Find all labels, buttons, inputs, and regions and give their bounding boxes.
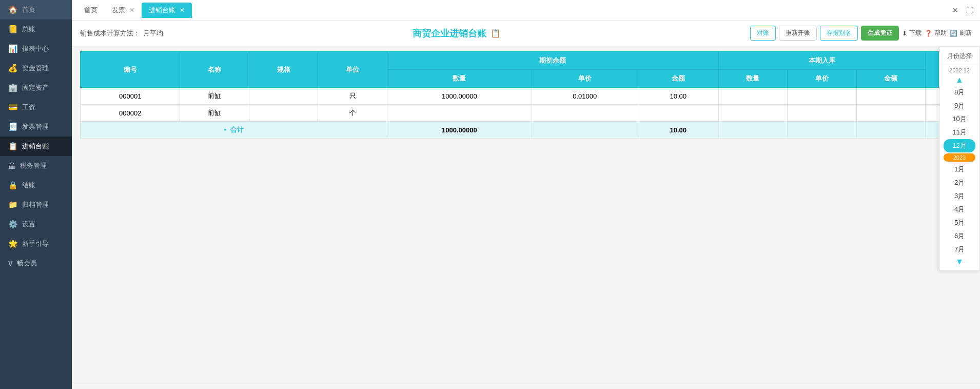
- cell-inbound-price: [788, 88, 857, 105]
- month-item-7[interactable]: 7月: [939, 243, 979, 256]
- cell-inbound-qty: [718, 105, 788, 122]
- page-title: 商贸企业进销台账: [413, 27, 486, 40]
- toolbar-right: 对账 重新开账 存报别名 生成凭证 ⬇ 下载 ❓ 帮助 🔄 刷新: [750, 26, 972, 41]
- month-item-10[interactable]: 10月: [939, 112, 979, 126]
- tab-invoice-label: 发票: [112, 6, 125, 15]
- page-title-area: 商贸企业进销台账 📋: [167, 27, 746, 40]
- tab-home[interactable]: 首页: [77, 3, 105, 18]
- close-purchase-sales-tab[interactable]: ✕: [180, 7, 185, 14]
- month-item-6[interactable]: 6月: [939, 229, 979, 243]
- year-2022-label: 2022.12: [939, 66, 979, 74]
- col-header-unit: 单位: [318, 52, 387, 88]
- col-header-opening-amount: 金额: [638, 70, 718, 88]
- col-header-inbound-qty: 数量: [718, 70, 788, 88]
- ledger-icon: 📒: [8, 25, 18, 34]
- sidebar-item-home[interactable]: 🏠 首页: [0, 0, 72, 20]
- cell-spec: [249, 105, 318, 122]
- title-icon: 📋: [491, 28, 501, 38]
- tab-home-label: 首页: [84, 6, 97, 15]
- cell-inbound-amount: [856, 105, 926, 122]
- refresh-icon: 🔄: [950, 30, 957, 37]
- sidebar-item-closing[interactable]: 🔒 结账: [0, 176, 72, 195]
- close-window-button[interactable]: ✕: [950, 5, 961, 15]
- month-item-1[interactable]: 1月: [939, 163, 979, 176]
- month-item-8[interactable]: 8月: [939, 86, 979, 99]
- close-invoice-tab[interactable]: ✕: [129, 7, 134, 14]
- cell-code: 000001: [81, 88, 180, 105]
- invoice-icon: 🧾: [8, 122, 18, 131]
- month-item-3[interactable]: 3月: [939, 189, 979, 203]
- settings-icon: ⚙️: [8, 220, 18, 229]
- reopen-button[interactable]: 重新开账: [779, 26, 817, 41]
- year-2023-badge: 2023: [944, 153, 975, 162]
- cell-opening-amount: 10.00: [638, 88, 718, 105]
- sidebar-item-label: 固定资产: [22, 83, 49, 92]
- sidebar-item-tutorial[interactable]: 🌟 新手引导: [0, 234, 72, 254]
- sidebar-item-invoice-management[interactable]: 🧾 发票管理: [0, 117, 72, 137]
- generate-voucher-button[interactable]: 生成凭证: [861, 26, 899, 41]
- cell-opening-price: 0.01000: [532, 88, 638, 105]
- sidebar-item-label: 总账: [22, 25, 35, 34]
- content-area: 销售成本计算方法： 月平均 商贸企业进销台账 📋 对账 重新开账 存报别名 生成…: [72, 21, 980, 389]
- download-label: 下载: [909, 29, 922, 37]
- cell-opening-price: [532, 105, 638, 122]
- toolbar: 销售成本计算方法： 月平均 商贸企业进销台账 📋 对账 重新开账 存报别名 生成…: [72, 21, 980, 46]
- month-item-5[interactable]: 5月: [939, 216, 979, 229]
- sidebar-item-label: 工资: [22, 103, 35, 112]
- refresh-button[interactable]: 🔄 刷新: [950, 29, 972, 37]
- total-row: ▪ 合计 1000.00000 10.00: [81, 122, 972, 139]
- month-item-4[interactable]: 4月: [939, 203, 979, 216]
- col-header-opening-qty: 数量: [387, 70, 532, 88]
- sidebar-item-purchase-sales[interactable]: 📋 进销台账: [0, 137, 72, 156]
- sidebar-item-archive[interactable]: 📁 归档管理: [0, 195, 72, 215]
- table-row[interactable]: 000001 前缸 只 1000.00000 0.01000 10.00: [81, 88, 972, 105]
- total-inbound-qty: [718, 122, 788, 139]
- sidebar-item-settings[interactable]: ⚙️ 设置: [0, 215, 72, 234]
- scroll-up-button[interactable]: ▲: [939, 74, 979, 86]
- sidebar-item-vip[interactable]: V 畅会员: [0, 254, 72, 273]
- month-item-2[interactable]: 2月: [939, 176, 979, 189]
- download-icon: ⬇: [902, 30, 907, 37]
- sidebar-item-label: 发票管理: [22, 122, 49, 131]
- sidebar-item-label: 归档管理: [22, 200, 49, 209]
- sidebar-item-label: 报表中心: [22, 44, 49, 53]
- total-inbound-amount: [856, 122, 926, 139]
- closing-icon: 🔒: [8, 181, 18, 190]
- sidebar-item-label: 税务管理: [20, 161, 47, 170]
- scroll-bar-area[interactable]: [72, 382, 980, 389]
- sidebar-item-general-ledger[interactable]: 📒 总账: [0, 20, 72, 39]
- sidebar-item-label: 进销台账: [22, 142, 49, 151]
- sidebar-item-label: 结账: [22, 181, 35, 190]
- month-item-12-active[interactable]: 12月: [944, 139, 975, 152]
- col-header-opening-balance: 期初余额: [387, 52, 718, 70]
- maximize-window-button[interactable]: ⛶: [965, 5, 975, 15]
- report-icon: 📊: [8, 44, 18, 53]
- tab-invoice[interactable]: 发票 ✕: [105, 3, 142, 18]
- cost-method-value: 月平均: [143, 29, 163, 38]
- col-header-inbound-price: 单价: [788, 70, 857, 88]
- scroll-down-button[interactable]: ▼: [939, 256, 979, 267]
- total-label: ▪ 合计: [81, 122, 387, 139]
- month-item-9[interactable]: 9月: [939, 99, 979, 112]
- download-button[interactable]: ⬇ 下载: [902, 29, 922, 37]
- col-header-inbound: 本期入库: [718, 52, 926, 70]
- col-header-inbound-amount: 金额: [856, 70, 926, 88]
- cell-name: 前缸: [180, 105, 249, 122]
- refresh-label: 刷新: [959, 29, 972, 37]
- sidebar-item-fund-management[interactable]: 💰 资金管理: [0, 59, 72, 78]
- table-row[interactable]: 000002 前缸 个: [81, 105, 972, 122]
- sidebar-item-fixed-assets[interactable]: 🏢 固定资产: [0, 78, 72, 98]
- month-item-11[interactable]: 11月: [939, 126, 979, 139]
- reconcile-button[interactable]: 对账: [750, 26, 776, 41]
- help-button[interactable]: ❓ 帮助: [925, 29, 947, 37]
- sidebar-item-tax-management[interactable]: 🏛 税务管理: [0, 156, 72, 176]
- home-icon: 🏠: [8, 5, 18, 14]
- sidebar-item-payroll[interactable]: 💳 工资: [0, 98, 72, 117]
- sidebar-item-report-center[interactable]: 📊 报表中心: [0, 39, 72, 59]
- save-as-button[interactable]: 存报别名: [820, 26, 858, 41]
- fund-icon: 💰: [8, 64, 18, 73]
- total-opening-amount: 10.00: [638, 122, 718, 139]
- cell-inbound-amount: [856, 88, 926, 105]
- month-selector-panel: 月份选择 2022.12 ▲ 8月 9月 10月 11月 12月 2023 1月…: [939, 46, 980, 271]
- tab-purchase-sales[interactable]: 进销台账 ✕: [142, 3, 192, 18]
